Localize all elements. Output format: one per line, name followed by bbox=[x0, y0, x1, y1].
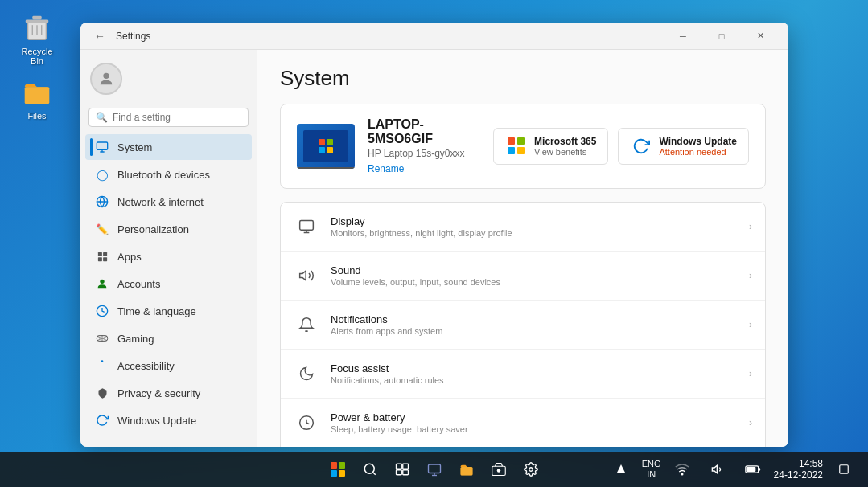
back-button[interactable]: ← bbox=[90, 27, 109, 46]
windows-update-quick-link[interactable]: Windows Update Attention needed bbox=[618, 128, 749, 165]
display-setting[interactable]: Display Monitors, brightness, night ligh… bbox=[281, 203, 765, 252]
svg-rect-7 bbox=[25, 87, 49, 104]
power-battery-title: Power & battery bbox=[331, 411, 738, 424]
task-view-button[interactable] bbox=[388, 455, 417, 484]
sidebar-item-bluetooth[interactable]: ◯ Bluetooth & devices bbox=[85, 162, 252, 187]
remote-desktop-button[interactable] bbox=[420, 455, 449, 484]
window-controls: ─ □ ✕ bbox=[664, 23, 779, 50]
sidebar-item-personalization[interactable]: ✏️ Personalization bbox=[85, 216, 252, 242]
chevron-right-icon: › bbox=[749, 319, 752, 330]
svg-point-46 bbox=[529, 468, 533, 472]
quick-links: Microsoft 365 View benefits Windo bbox=[493, 128, 749, 165]
date-display: 24-12-2022 bbox=[774, 469, 823, 481]
sidebar-item-apps[interactable]: Apps bbox=[85, 244, 252, 269]
minimize-button[interactable]: ─ bbox=[664, 23, 701, 50]
notifications-subtitle: Alerts from apps and system bbox=[331, 326, 738, 336]
sidebar-item-label: Accounts bbox=[117, 278, 160, 290]
taskbar-files-button[interactable] bbox=[452, 455, 481, 484]
rename-link[interactable]: Rename bbox=[368, 163, 404, 174]
sidebar-item-accounts[interactable]: Accounts bbox=[85, 271, 252, 297]
svg-marker-25 bbox=[300, 271, 306, 280]
time-display: 14:58 bbox=[774, 458, 823, 469]
focus-assist-title: Focus assist bbox=[331, 362, 738, 374]
sidebar-item-system[interactable]: System bbox=[85, 134, 252, 160]
personalization-icon: ✏️ bbox=[95, 222, 109, 236]
svg-rect-2 bbox=[32, 16, 41, 20]
taskbar-search-button[interactable] bbox=[356, 455, 385, 484]
svg-line-34 bbox=[372, 472, 375, 474]
sidebar-item-accessibility[interactable]: Accessibility bbox=[85, 353, 252, 379]
taskbar-sys-icons: ENGIN bbox=[642, 459, 661, 480]
recycle-bin-icon[interactable]: Recycle Bin bbox=[11, 8, 63, 69]
notifications-setting[interactable]: Notifications Alerts from apps and syste… bbox=[281, 301, 765, 350]
volume-icon[interactable] bbox=[703, 455, 732, 484]
main-area: 🔍 System ◯ Bluetooth & devices bbox=[80, 50, 788, 447]
maximize-button[interactable]: □ bbox=[703, 23, 740, 50]
wifi-icon[interactable] bbox=[668, 455, 697, 484]
apps-icon bbox=[95, 249, 109, 264]
language-indicator[interactable]: ENGIN bbox=[642, 459, 661, 480]
content-area: System LAPTOP-5MSO6GIF HP Lapt bbox=[257, 50, 788, 447]
sidebar-item-windows-update[interactable]: Windows Update bbox=[85, 407, 252, 433]
svg-rect-17 bbox=[103, 257, 107, 261]
wu-title: Windows Update bbox=[659, 136, 737, 147]
svg-point-33 bbox=[364, 464, 374, 473]
avatar[interactable] bbox=[90, 63, 122, 95]
sidebar-item-network[interactable]: Network & internet bbox=[85, 189, 252, 215]
bluetooth-icon: ◯ bbox=[95, 167, 109, 182]
device-card: LAPTOP-5MSO6GIF HP Laptop 15s-gy0xxx Ren… bbox=[280, 104, 766, 189]
display-subtitle: Monitors, brightness, night light, displ… bbox=[331, 228, 738, 238]
search-icon: 🔍 bbox=[96, 112, 108, 123]
ms365-quick-link[interactable]: Microsoft 365 View benefits bbox=[493, 128, 608, 165]
svg-rect-37 bbox=[396, 470, 401, 475]
sidebar-item-privacy[interactable]: Privacy & security bbox=[85, 380, 252, 406]
clock[interactable]: 14:58 24-12-2022 bbox=[774, 458, 823, 481]
svg-rect-22 bbox=[300, 221, 314, 231]
taskbar-store-button[interactable] bbox=[484, 455, 513, 484]
power-icon bbox=[294, 410, 319, 436]
sidebar-item-label: Windows Update bbox=[117, 415, 196, 427]
svg-line-28 bbox=[306, 423, 309, 424]
svg-point-18 bbox=[100, 280, 104, 284]
page-title: System bbox=[280, 66, 766, 91]
focus-assist-setting[interactable]: Focus assist Notifications, automatic ru… bbox=[281, 350, 765, 399]
svg-rect-9 bbox=[97, 142, 107, 149]
sidebar-item-gaming[interactable]: Gaming bbox=[85, 325, 252, 351]
search-input[interactable] bbox=[113, 112, 241, 123]
svg-marker-49 bbox=[712, 465, 717, 473]
chevron-right-icon: › bbox=[749, 221, 752, 232]
chevron-right-icon: › bbox=[749, 417, 752, 428]
gaming-icon bbox=[95, 331, 109, 346]
window-title: Settings bbox=[116, 31, 664, 42]
system-icon bbox=[95, 140, 109, 154]
svg-rect-39 bbox=[428, 464, 440, 473]
sound-setting[interactable]: Sound Volume levels, output, input, soun… bbox=[281, 252, 765, 301]
system-tray-button[interactable] bbox=[607, 455, 636, 484]
svg-rect-38 bbox=[402, 470, 408, 475]
svg-point-8 bbox=[103, 73, 109, 79]
taskbar-right: ENGIN 14:58 bbox=[607, 455, 858, 484]
notifications-icon bbox=[294, 312, 319, 338]
start-button[interactable] bbox=[323, 455, 352, 484]
power-battery-setting[interactable]: Power & battery Sleep, battery usage, ba… bbox=[281, 399, 765, 447]
profile-section bbox=[80, 56, 257, 104]
sidebar-item-label: Network & internet bbox=[117, 196, 204, 208]
sidebar-item-label: Apps bbox=[117, 251, 142, 263]
files-icon[interactable]: Files bbox=[11, 72, 63, 124]
sidebar-item-time[interactable]: Time & language bbox=[85, 298, 252, 324]
display-title: Display bbox=[331, 215, 738, 227]
notification-center-button[interactable] bbox=[829, 455, 858, 484]
settings-window: ← Settings ─ □ ✕ 🔍 bbox=[80, 23, 788, 447]
taskbar-settings-button[interactable] bbox=[516, 455, 545, 484]
title-bar: ← Settings ─ □ ✕ bbox=[80, 23, 788, 50]
sidebar-item-label: Privacy & security bbox=[117, 387, 200, 399]
chevron-right-icon: › bbox=[749, 368, 752, 379]
wu-icon bbox=[630, 135, 652, 158]
sidebar-item-label: Personalization bbox=[117, 223, 189, 235]
svg-rect-14 bbox=[97, 252, 101, 256]
svg-marker-47 bbox=[617, 464, 625, 473]
sidebar-item-label: Accessibility bbox=[117, 360, 175, 372]
battery-icon[interactable] bbox=[738, 455, 767, 484]
search-box[interactable]: 🔍 bbox=[88, 108, 249, 127]
close-button[interactable]: ✕ bbox=[742, 23, 779, 50]
